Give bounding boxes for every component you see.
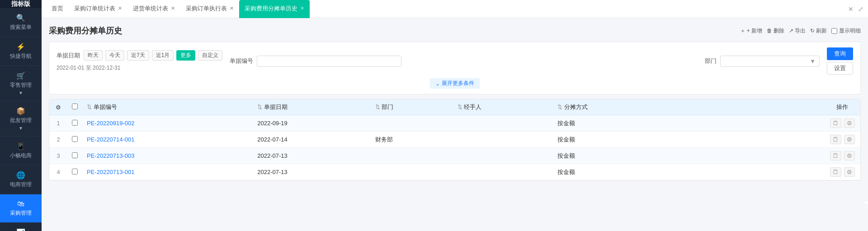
date-7days-btn[interactable]: 近7天 (127, 50, 149, 61)
row-view-icon[interactable]: 🗒 (830, 118, 841, 128)
row-checkbox[interactable] (72, 169, 78, 174)
delete-button[interactable]: 🗑 删除 (767, 27, 784, 35)
col-checkbox[interactable] (67, 99, 82, 115)
doc-no-link[interactable]: PE-20220714-001 (87, 136, 135, 143)
tab-purchase-order-exec-label: 采购订单执行表 (186, 5, 227, 13)
tab-purchase-order-stats[interactable]: 采购订单统计表 ✕ (69, 0, 127, 18)
doc-no-link[interactable]: PE-20220713-003 (87, 152, 135, 159)
sidebar-item-wholesale[interactable]: 📦 批发管理 ▼ (0, 101, 42, 137)
row-settings-icon[interactable]: ⚙ (844, 118, 855, 128)
tab-purchase-cost-split[interactable]: 采购费用分摊单历史 ✕ (239, 0, 310, 18)
col-handler-sort-icon[interactable]: ⇅ (458, 104, 462, 110)
row-split-method: 按金额 (553, 132, 824, 148)
row-doc-no: PE-20220713-003 (82, 148, 253, 164)
sidebar-label-wholesale: 批发管理 (10, 117, 32, 124)
row-view-icon[interactable]: 🗒 (830, 151, 841, 160)
tab-goods-in-stats[interactable]: 进货单统计表 ✕ (127, 0, 180, 18)
window-close-icon[interactable]: ✕ (848, 5, 854, 13)
sidebar-item-retail[interactable]: 🛒 零售管理 ▼ (0, 66, 42, 101)
delete-icon: 🗑 (767, 28, 772, 34)
row-actions: 🗒 ⚙ (824, 115, 860, 132)
refresh-icon: ↻ (810, 28, 815, 34)
col-split-method-sort-icon[interactable]: ⇅ (557, 104, 562, 110)
tab-purchase-order-exec[interactable]: 采购订单执行表 ✕ (180, 0, 239, 18)
export-icon: ↗ (789, 28, 793, 34)
col-handler-label: 经手人 (464, 104, 481, 110)
row-num: 4 (49, 164, 67, 180)
col-settings[interactable]: ⚙ (49, 99, 67, 115)
doc-no-filter-label: 单据编号 (230, 57, 253, 65)
display-toggle[interactable]: 显示明细 (831, 27, 861, 35)
row-num: 2 (49, 132, 67, 148)
window-expand-icon[interactable]: ⤢ (858, 5, 863, 13)
filter-row: 单据日期 昨天 今天 近7天 近1月 更多 自定义 2022-01-01 至 2… (57, 47, 853, 75)
row-checkbox-cell[interactable] (67, 132, 82, 148)
sidebar-item-ecommerce[interactable]: 🌐 电商管理 (0, 165, 42, 194)
active-arrow-icon: ◀ (864, 200, 868, 205)
export-button[interactable]: ↗ 导出 (789, 27, 806, 35)
tab-purchase-order-stats-close[interactable]: ✕ (118, 5, 122, 11)
expand-label: 展开更多条件 (442, 80, 474, 87)
main-area: 首页 采购订单统计表 ✕ 进货单统计表 ✕ 采购订单执行表 ✕ 采购费用分摊单历… (42, 0, 868, 231)
page-title: 采购费用分摊单历史 (49, 25, 122, 36)
search-button[interactable]: 查询 (827, 47, 853, 60)
filter-settings-button[interactable]: 设置 (827, 62, 853, 75)
row-num: 1 (49, 115, 67, 132)
sidebar-item-inventory[interactable]: 📊 库存核算 (0, 223, 42, 231)
row-dept: 财务部 (371, 132, 453, 148)
row-view-icon[interactable]: 🗒 (830, 135, 841, 144)
doc-no-link[interactable]: PE-20220919-002 (87, 120, 135, 127)
row-settings-icon[interactable]: ⚙ (844, 151, 855, 160)
col-split-method-label: 分摊方式 (564, 104, 588, 110)
row-split-method: 按金额 (553, 115, 824, 132)
date-more-btn[interactable]: 更多 (176, 50, 195, 61)
row-checkbox[interactable] (72, 136, 78, 142)
row-settings-icon[interactable]: ⚙ (844, 167, 855, 177)
tab-purchase-cost-split-close[interactable]: ✕ (300, 5, 304, 11)
date-1month-btn[interactable]: 近1月 (152, 50, 174, 61)
doc-no-input[interactable] (257, 56, 401, 67)
col-doc-date-sort-icon[interactable]: ⇅ (257, 104, 262, 110)
col-doc-date: ⇅ 单据日期 (253, 99, 370, 115)
row-checkbox[interactable] (72, 152, 78, 158)
row-checkbox-cell[interactable] (67, 148, 82, 164)
row-checkbox[interactable] (72, 120, 78, 126)
delete-label: 删除 (774, 27, 784, 35)
col-dept-sort-icon[interactable]: ⇅ (375, 104, 380, 110)
date-yesterday-btn[interactable]: 昨天 (84, 50, 103, 61)
date-today-btn[interactable]: 今天 (105, 50, 124, 61)
row-doc-date: 2022-09-19 (253, 115, 370, 132)
inventory-icon: 📊 (16, 228, 25, 231)
col-doc-no-sort-icon[interactable]: ⇅ (87, 104, 92, 110)
add-label: + 新增 (747, 27, 762, 35)
dept-select[interactable]: ▼ (720, 56, 820, 67)
sidebar-item-purchase[interactable]: 🛍 采购管理 ◀ (0, 194, 42, 223)
row-split-method: 按金额 (553, 148, 824, 164)
tab-purchase-order-exec-close[interactable]: ✕ (230, 5, 234, 11)
expand-more-area: ⌄ 展开更多条件 (57, 78, 853, 89)
row-view-icon[interactable]: 🗒 (830, 167, 841, 177)
select-all-checkbox[interactable] (72, 104, 78, 109)
sidebar-item-search[interactable]: 🔍 搜索菜单 (0, 8, 42, 37)
tab-home[interactable]: 首页 (46, 0, 69, 18)
sidebar-item-quick-nav[interactable]: ⚡ 快捷导航 (0, 37, 42, 66)
tab-bar: 首页 采购订单统计表 ✕ 进货单统计表 ✕ 采购订单执行表 ✕ 采购费用分摊单历… (42, 0, 868, 18)
row-checkbox-cell[interactable] (67, 115, 82, 132)
tab-purchase-cost-split-label: 采购费用分摊单历史 (245, 5, 297, 13)
display-toggle-checkbox[interactable] (831, 28, 837, 34)
sidebar-item-mini-shop[interactable]: 📱 小畅电商 (0, 137, 42, 165)
row-settings-icon[interactable]: ⚙ (844, 135, 855, 144)
doc-no-link[interactable]: PE-20220713-001 (87, 169, 135, 175)
row-dept (371, 164, 453, 180)
data-table: ⚙ ⇅ 单据编号 ⇅ 单据日期 ⇅ (49, 99, 860, 180)
row-checkbox-cell[interactable] (67, 164, 82, 180)
row-actions: 🗒 ⚙ (824, 132, 860, 148)
tab-goods-in-stats-close[interactable]: ✕ (171, 5, 175, 11)
expand-more-button[interactable]: ⌄ 展开更多条件 (430, 78, 480, 89)
row-doc-no: PE-20220713-001 (82, 164, 253, 180)
add-button[interactable]: ＋ + 新增 (740, 27, 762, 35)
refresh-button[interactable]: ↻ 刷新 (810, 27, 827, 35)
doc-no-filter-group: 单据编号 (230, 56, 698, 67)
row-handler (453, 148, 553, 164)
date-custom-btn[interactable]: 自定义 (198, 50, 222, 61)
